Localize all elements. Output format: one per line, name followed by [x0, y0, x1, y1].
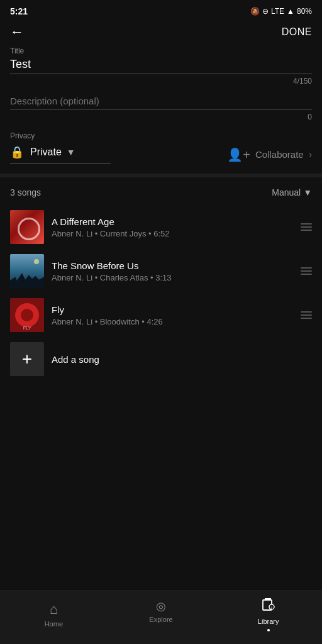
- nav-label-library: Library: [258, 618, 279, 625]
- bottom-nav: ⌂ Home ◎ Explore ♪ Library: [0, 591, 322, 644]
- svg-text:♪: ♪: [270, 605, 273, 609]
- chevron-down-icon: ▼: [67, 147, 75, 157]
- signal-icon: LTE: [271, 7, 284, 16]
- title-input[interactable]: [10, 58, 312, 71]
- library-icon: ♪: [262, 597, 275, 615]
- sort-dropdown-icon: ▼: [303, 187, 312, 197]
- songs-section: 3 songs Manual ▼ A Different Age Abner N…: [0, 177, 322, 381]
- songs-header: 3 songs Manual ▼: [0, 177, 322, 205]
- status-bar: 5:21 🔕 ⊖ LTE ▲ 80%: [0, 0, 322, 20]
- song-title: A Different Age: [52, 216, 293, 227]
- privacy-row: 🔒 Private ▼ 👤+ Collaborate ›: [10, 145, 312, 164]
- songs-count: 3 songs: [10, 187, 41, 197]
- privacy-select[interactable]: 🔒 Private ▼: [10, 145, 111, 164]
- song-meta: Abner N. Li • Current Joys • 6:52: [52, 229, 293, 238]
- list-item: A Different Age Abner N. Li • Current Jo…: [0, 205, 322, 249]
- song-meta: Abner N. Li • Bloodwitch • 4:26: [52, 317, 293, 326]
- mute-icon: 🔕: [250, 7, 260, 16]
- song-art-1: [10, 210, 44, 244]
- battery-icon: ▲: [287, 7, 294, 16]
- privacy-value: Private: [30, 147, 62, 158]
- do-not-disturb-icon: ⊖: [262, 7, 269, 16]
- collaborate-button[interactable]: 👤+ Collaborate ›: [227, 147, 312, 162]
- status-time: 5:21: [10, 6, 28, 16]
- add-song-item[interactable]: + Add a song: [0, 337, 322, 381]
- nav-item-explore[interactable]: ◎ Explore: [108, 599, 215, 630]
- list-item: The Snow Before Us Abner N. Li • Charles…: [0, 249, 322, 293]
- song-info-3: Fly Abner N. Li • Bloodwitch • 4:26: [52, 304, 293, 326]
- sort-label: Manual: [272, 187, 301, 197]
- nav-label-home: Home: [45, 620, 63, 628]
- nav-item-home[interactable]: ⌂ Home: [0, 601, 108, 628]
- nav-label-explore: Explore: [149, 616, 172, 623]
- add-song-label: Add a song: [52, 354, 99, 365]
- song-info-2: The Snow Before Us Abner N. Li • Charles…: [52, 260, 293, 282]
- song-art-2: [10, 254, 44, 288]
- title-char-count: 4/150: [10, 77, 312, 86]
- song-art-3: FLY: [10, 298, 44, 332]
- done-button[interactable]: DONE: [282, 26, 312, 38]
- desc-input-wrapper: [10, 96, 312, 110]
- sort-order-button[interactable]: Manual ▼: [272, 187, 312, 197]
- drag-handle[interactable]: [301, 223, 312, 231]
- back-button[interactable]: ←: [10, 25, 24, 39]
- lock-icon: 🔒: [10, 145, 24, 159]
- title-label: Title: [10, 47, 312, 55]
- desc-char-count: 0: [10, 113, 312, 121]
- explore-icon: ◎: [156, 599, 166, 613]
- nav-item-library[interactable]: ♪ Library: [214, 597, 322, 631]
- top-nav: ← DONE: [0, 20, 322, 47]
- song-title: The Snow Before Us: [52, 260, 293, 271]
- description-input[interactable]: [10, 96, 312, 106]
- title-input-wrapper: [10, 58, 312, 74]
- song-info-1: A Different Age Abner N. Li • Current Jo…: [52, 216, 293, 238]
- status-icons: 🔕 ⊖ LTE ▲ 80%: [250, 7, 312, 16]
- chevron-right-icon: ›: [309, 149, 312, 160]
- form-section: Title 4/150 0: [0, 47, 322, 121]
- drag-handle[interactable]: [301, 311, 312, 319]
- song-title: Fly: [52, 304, 293, 315]
- collaborate-icon: 👤+: [227, 147, 250, 162]
- privacy-section: Privacy 🔒 Private ▼ 👤+ Collaborate ›: [0, 131, 322, 174]
- privacy-label: Privacy: [10, 131, 312, 140]
- add-song-plus-icon: +: [10, 342, 44, 376]
- home-icon: ⌂: [50, 601, 58, 618]
- song-meta: Abner N. Li • Charles Atlas • 3:13: [52, 273, 293, 282]
- drag-handle[interactable]: [301, 267, 312, 275]
- collaborate-label: Collaborate: [255, 149, 304, 160]
- list-item: FLY Fly Abner N. Li • Bloodwitch • 4:26: [0, 293, 322, 337]
- battery-percent: 80%: [297, 7, 312, 16]
